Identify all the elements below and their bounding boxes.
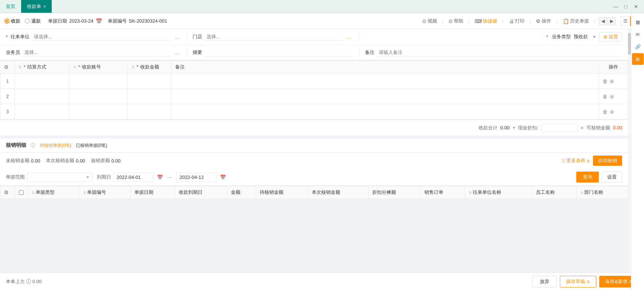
gear-icon[interactable]: ⚙ — [4, 64, 9, 70]
row-3-delete-icon[interactable]: 🗑 — [602, 109, 608, 115]
date-to-input[interactable] — [176, 173, 216, 182]
refund-radio-circle — [25, 19, 30, 24]
maximize-button[interactable]: □ — [621, 1, 631, 12]
receipt-refund-radio: 收款 退款 — [4, 18, 41, 24]
bottom-info-icon[interactable]: ⓘ — [26, 278, 31, 285]
row-3-copy-icon[interactable]: ⊕ — [610, 109, 614, 115]
sidebar-table-icon[interactable]: ▦ — [632, 16, 644, 28]
list-view-button[interactable]: ☰ — [621, 16, 630, 26]
calendar-to-icon[interactable]: 📅 — [220, 175, 226, 180]
th-bottom-gear[interactable]: ⚙ — [0, 186, 15, 199]
refund-radio[interactable]: 退款 — [25, 18, 41, 24]
sidebar-screenshot-icon[interactable]: ⊞ — [632, 53, 644, 65]
row-2-account[interactable] — [70, 89, 128, 104]
history-action[interactable]: 📋 历史单据 — [561, 18, 590, 24]
shortcut-action[interactable]: ⌨ 快捷键 — [473, 18, 499, 24]
done-tab[interactable]: 已核销单据(0笔) — [76, 142, 107, 149]
th-staff-name: 员工名称 — [532, 186, 577, 199]
row-1-amount[interactable] — [128, 74, 172, 89]
video-action[interactable]: ⊙ 视频 — [421, 18, 439, 24]
bottom-gear-icon[interactable]: ⚙ — [4, 189, 9, 195]
th-doc-number: ⇅ 单据编号 — [79, 186, 130, 199]
writeoff-info-icon[interactable]: ⓘ — [31, 142, 35, 149]
row-3-notes[interactable] — [172, 104, 599, 119]
th-pending-amount: 待核销金额 — [256, 186, 308, 199]
staff-input[interactable] — [22, 48, 170, 56]
writeoff-stats-right: ▽ 更多条件 ∧ 自动核销 — [562, 156, 622, 166]
date-label: 单据日期 — [48, 18, 67, 24]
row-2-settlement[interactable] — [15, 89, 70, 104]
row-1-account[interactable] — [70, 74, 128, 89]
row-2-amount[interactable] — [128, 89, 172, 104]
sidebar-mail-icon[interactable]: ✉ — [632, 28, 644, 40]
tab-home-label: 首页 — [6, 3, 15, 10]
writeoff-settings-button[interactable]: 设置 — [602, 172, 622, 183]
scrollbar-area[interactable] — [628, 29, 631, 273]
row-1-delete-icon[interactable]: 🗑 — [602, 78, 608, 84]
diff-label: 核销差额 — [91, 157, 110, 164]
help-label: 帮助 — [454, 18, 463, 24]
notes-input[interactable] — [377, 48, 622, 56]
receipt-radio[interactable]: 收款 — [4, 18, 20, 24]
staff-more-btn[interactable]: … — [173, 50, 181, 55]
minimize-button[interactable]: — — [610, 1, 621, 12]
row-3-amount[interactable] — [128, 104, 172, 119]
range-select[interactable] — [27, 173, 93, 182]
sort-account-icon: ⇅ — [73, 65, 76, 69]
receipt-radio-label: 收款 — [11, 18, 20, 24]
row-3-account[interactable] — [70, 104, 128, 119]
store-input[interactable] — [204, 33, 343, 41]
calendar-from-icon[interactable]: 📅 — [157, 175, 163, 180]
help-action[interactable]: ⊙ 帮助 — [447, 18, 465, 24]
date-value: 2023-03-24 — [69, 18, 94, 24]
scrollbar-thumb[interactable] — [628, 33, 631, 55]
row-1-settlement[interactable] — [15, 74, 70, 89]
tab-receipt[interactable]: 收款单 × — [21, 0, 52, 13]
summary-field: 摘要 — [193, 48, 353, 56]
nav-prev-button[interactable]: ◀ — [599, 17, 607, 25]
window-controls: — □ ✕ — [610, 1, 644, 12]
select-all-checkbox[interactable] — [19, 190, 24, 195]
row-3-settlement[interactable] — [15, 104, 70, 119]
required-star-type: * — [546, 34, 548, 40]
store-more-btn[interactable]: … — [345, 34, 353, 40]
business-type-arrow[interactable]: ▼ — [592, 35, 596, 39]
draft-button[interactable]: 保存草稿 ∧ — [560, 276, 596, 287]
unchecked-label: 未核销金额 — [6, 157, 30, 164]
row-2-copy-icon[interactable]: ⊕ — [610, 94, 614, 99]
print-label: 打印 — [515, 18, 525, 24]
toolbar: 收款 退款 单据日期 2023-03-24 📅 单据编号 SK-20230324… — [0, 13, 644, 29]
field-sep-4 — [359, 48, 359, 57]
sort-number-icon: ⇅ — [83, 191, 86, 195]
query-button[interactable]: 查询 — [576, 172, 599, 183]
nav-next-button[interactable]: ▶ — [608, 17, 616, 25]
settings-button[interactable]: ⚙ 设置 — [599, 32, 622, 42]
row-2-delete-icon[interactable]: 🗑 — [602, 94, 608, 99]
close-button[interactable]: ✕ — [631, 1, 641, 12]
available-label: 可核销金额 — [586, 125, 610, 131]
auto-writeoff-button[interactable]: 自动核销 — [593, 156, 622, 166]
main-content: * 往来单位 … 门店 … * 业务类型 预收款 ▼ ⚙ 设置 业务员 … — [0, 29, 644, 199]
chevron-up-icon: ∧ — [586, 158, 590, 164]
pending-tab[interactable]: 待核销单据(0笔) — [40, 142, 71, 149]
summary-input[interactable] — [204, 48, 353, 56]
counterpart-input[interactable] — [32, 33, 170, 41]
row-1-notes[interactable] — [172, 74, 599, 89]
counterpart-more-btn[interactable]: … — [173, 34, 181, 40]
date-from-input[interactable] — [113, 173, 153, 182]
sidebar-link-icon[interactable]: 🔗 — [632, 41, 644, 52]
operations-action[interactable]: ⚙ 操作 — [534, 18, 553, 24]
th-gear[interactable]: ⚙ — [0, 61, 15, 74]
tab-home[interactable]: 首页 — [0, 0, 21, 13]
th-notes: 备注 — [172, 61, 599, 74]
discount-input[interactable] — [541, 124, 578, 132]
row-2-notes[interactable] — [172, 89, 599, 104]
abandon-button[interactable]: 放弃 — [532, 276, 557, 287]
calendar-icon[interactable]: 📅 — [96, 18, 102, 24]
business-type-label: 业务类型 — [552, 34, 571, 40]
print-action[interactable]: 🖨 打印 — [507, 18, 526, 24]
row-1-copy-icon[interactable]: ⊕ — [610, 78, 614, 84]
th-discount: 折扣分摊额 — [368, 186, 421, 199]
more-conditions-btn[interactable]: ▽ 更多条件 ∧ — [562, 157, 590, 164]
tab-close-icon[interactable]: × — [43, 4, 46, 9]
